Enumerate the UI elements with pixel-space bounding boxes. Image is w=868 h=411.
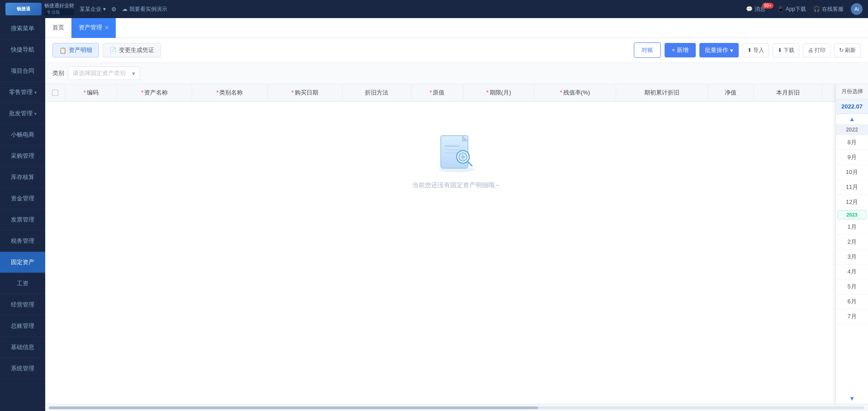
sidebar-item-ops-mgmt[interactable]: 经营管理 bbox=[0, 294, 45, 316]
message-icon: 💬 bbox=[746, 6, 753, 12]
message-badge: 99+ bbox=[762, 3, 774, 9]
col-original-value: *原值 bbox=[411, 84, 463, 102]
select-all-checkbox[interactable] bbox=[52, 90, 58, 96]
sidebar-item-system-mgmt[interactable]: 系统管理 bbox=[0, 358, 45, 379]
top-bar-right: 💬 消息 99+ 📱 App下载 🎧 在线客服 Ai bbox=[746, 3, 863, 15]
filter-bar: 类别 请选择固定资产类别 ▾ bbox=[45, 63, 868, 84]
main-layout: 搜索菜单 快捷导航 项目合同 零售管理 ▾ 批发管理 ▾ 小畅电商 采购管理 库… bbox=[0, 18, 868, 411]
refresh-label: 刷新 bbox=[845, 47, 856, 54]
scrollbar-thumb bbox=[49, 406, 538, 409]
category-filter-placeholder: 请选择固定资产类别 bbox=[73, 69, 126, 77]
sidebar-label-project-contract: 项目合同 bbox=[11, 67, 34, 75]
company-selector[interactable]: 某某企业 ▾ bbox=[80, 5, 106, 13]
table-container: *编码 *资产名称 *类别名称 *购买日期 折旧方法 *原值 *期限(月) *残… bbox=[45, 84, 868, 404]
nav-tab-home[interactable]: 首页 bbox=[45, 18, 71, 38]
refresh-button[interactable]: ↻ 刷新 bbox=[834, 43, 861, 57]
month-item-2023-6[interactable]: 6月 bbox=[836, 294, 868, 309]
add-label: + 新增 bbox=[672, 46, 689, 54]
sidebar-item-purchase-mgmt[interactable]: 采购管理 bbox=[0, 146, 45, 167]
month-item-11[interactable]: 11月 bbox=[836, 180, 868, 195]
month-item-2023-3[interactable]: 3月 bbox=[836, 250, 868, 265]
content-area: 首页 资产管理 × 📋 资产明细 📄 变更生成凭证 bbox=[45, 18, 868, 411]
month-item-12[interactable]: 12月 bbox=[836, 195, 868, 210]
col-asset-name: *资产名称 bbox=[117, 84, 192, 102]
sidebar-item-general-ledger[interactable]: 总账管理 bbox=[0, 316, 45, 337]
online-service-button[interactable]: 🎧 在线客服 bbox=[813, 5, 844, 13]
month-item-2023-2[interactable]: 2月 bbox=[836, 235, 868, 250]
tab-asset-detail[interactable]: 📋 资产明细 bbox=[52, 43, 99, 57]
sidebar-item-invoice-mgmt[interactable]: 发票管理 bbox=[0, 209, 45, 231]
page-toolbar: 📋 资产明细 📄 变更生成凭证 对账 + 新增 批量操作 bbox=[45, 38, 868, 63]
month-panel-title: 月份选择 bbox=[841, 88, 863, 94]
app-subtitle: 专业版 bbox=[44, 9, 74, 15]
download-button[interactable]: ⬇ 下载 bbox=[773, 43, 799, 57]
company-name: 某某企业 bbox=[80, 5, 101, 13]
add-button[interactable]: + 新增 bbox=[665, 43, 696, 57]
import-icon: ⬆ bbox=[747, 47, 752, 53]
sidebar-label-batch-mgmt: 批发管理 bbox=[9, 109, 33, 118]
app-download-label: App下载 bbox=[786, 5, 806, 13]
service-icon: 🎧 bbox=[813, 6, 820, 12]
print-icon: 🖨 bbox=[808, 47, 813, 53]
nav-tab-asset-mgmt[interactable]: 资产管理 × bbox=[71, 18, 116, 38]
sidebar-item-search-menu[interactable]: 搜索菜单 bbox=[0, 18, 45, 39]
nav-tab-close-icon[interactable]: × bbox=[105, 24, 108, 31]
col-net-value: 净值 bbox=[708, 84, 754, 102]
sidebar-item-quick-nav[interactable]: 快捷导航 bbox=[0, 39, 45, 61]
batch-ops-button[interactable]: 批量操作 ▾ bbox=[699, 43, 739, 57]
reconcile-label: 对账 bbox=[642, 46, 653, 54]
sidebar-item-basic-info[interactable]: 基础信息 bbox=[0, 337, 45, 358]
demo-link-text: 我要看实例演示 bbox=[129, 5, 167, 13]
month-item-9[interactable]: 9月 bbox=[836, 150, 868, 165]
change-voucher-label: 变更生成凭证 bbox=[119, 46, 154, 54]
sidebar-item-batch-mgmt[interactable]: 批发管理 ▾ bbox=[0, 103, 45, 124]
sidebar-label-payroll: 工资 bbox=[17, 279, 28, 288]
reconcile-button[interactable]: 对账 bbox=[634, 43, 661, 58]
month-item-2023-4[interactable]: 4月 bbox=[836, 265, 868, 279]
month-item-2023-5[interactable]: 5月 bbox=[836, 279, 868, 294]
app-title: 畅捷通好业财 bbox=[44, 3, 74, 9]
sidebar-label-fund-mgmt: 资金管理 bbox=[11, 194, 34, 203]
col-checkbox bbox=[45, 84, 65, 102]
sidebar-item-small-ecommerce[interactable]: 小畅电商 bbox=[0, 124, 45, 146]
sidebar-item-inventory[interactable]: 库存核算 bbox=[0, 167, 45, 188]
user-avatar[interactable]: Ai bbox=[851, 3, 863, 15]
sidebar-label-purchase-mgmt: 采购管理 bbox=[11, 152, 34, 160]
online-service-label: 在线客服 bbox=[822, 5, 844, 13]
sidebar-label-system-mgmt: 系统管理 bbox=[11, 364, 34, 373]
sidebar-item-fixed-assets[interactable]: 固定资产 bbox=[0, 252, 45, 273]
message-button[interactable]: 💬 消息 99+ bbox=[746, 5, 770, 13]
dropdown-icon: ▾ bbox=[103, 6, 106, 12]
sidebar-item-payroll[interactable]: 工资 bbox=[0, 273, 45, 294]
brand-section: 畅捷通 畅捷通好业财 专业版 bbox=[5, 3, 74, 15]
month-item-10[interactable]: 10月 bbox=[836, 165, 868, 180]
tab-change-voucher[interactable]: 📄 变更生成凭证 bbox=[103, 43, 161, 57]
col-period-months: *期限(月) bbox=[463, 84, 534, 102]
nav-tabs-bar: 首页 资产管理 × bbox=[45, 18, 868, 38]
month-nav-down[interactable]: ▼ bbox=[836, 393, 868, 404]
sidebar-item-retail-mgmt[interactable]: 零售管理 ▾ bbox=[0, 82, 45, 103]
sidebar-label-small-ecommerce: 小畅电商 bbox=[11, 131, 34, 139]
month-item-8[interactable]: 8月 bbox=[836, 135, 868, 150]
sidebar-item-fund-mgmt[interactable]: 资金管理 bbox=[0, 188, 45, 209]
category-filter-arrow: ▾ bbox=[132, 70, 135, 77]
sidebar-item-tax-mgmt[interactable]: 税务管理 bbox=[0, 231, 45, 252]
month-item-2023-7[interactable]: 7月 bbox=[836, 309, 868, 324]
month-panel: 月份选择 2022.07 ▲ 2022 8月 9月 10月 11月 12月 20… bbox=[835, 84, 868, 404]
asset-detail-icon: 📋 bbox=[59, 47, 66, 54]
selected-month-label: 2022.07 bbox=[841, 103, 863, 110]
settings-button[interactable]: ⚙ bbox=[111, 6, 117, 13]
sidebar-item-project-contract[interactable]: 项目合同 bbox=[0, 61, 45, 82]
app-icon: 📱 bbox=[777, 6, 784, 12]
print-button[interactable]: 🖨 打印 bbox=[803, 43, 830, 57]
month-nav-up[interactable]: ▲ bbox=[836, 114, 868, 124]
app-download-button[interactable]: 📱 App下载 bbox=[777, 5, 806, 13]
col-purchase-date: *购买日期 bbox=[267, 84, 342, 102]
scrollbar-track[interactable] bbox=[49, 406, 864, 409]
demo-link[interactable]: ☁ 我要看实例演示 bbox=[122, 5, 167, 13]
download-label: 下载 bbox=[783, 47, 794, 54]
category-filter-select[interactable]: 请选择固定资产类别 ▾ bbox=[68, 66, 140, 80]
import-button[interactable]: ⬆ 导入 bbox=[742, 43, 769, 57]
table-month-area: *编码 *资产名称 *类别名称 *购买日期 折旧方法 *原值 *期限(月) *残… bbox=[45, 84, 868, 404]
month-item-2023-1[interactable]: 1月 bbox=[836, 220, 868, 235]
